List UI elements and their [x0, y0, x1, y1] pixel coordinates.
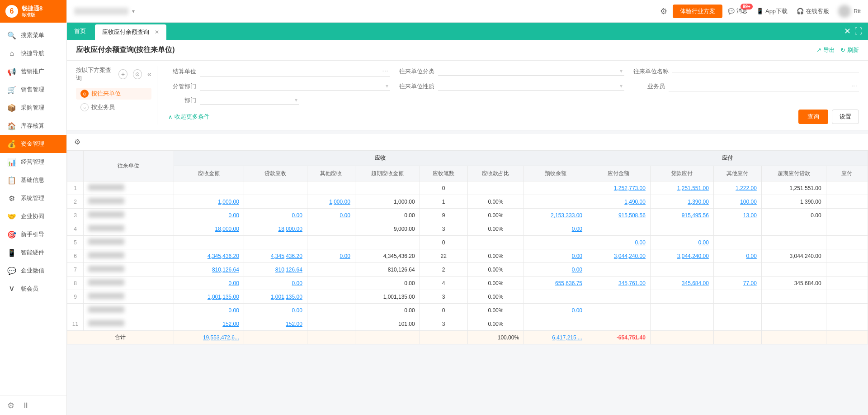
sidebar-item-corp[interactable]: 🤝 企业协同 — [0, 207, 66, 225]
finance-icon: 💰 — [7, 139, 16, 148]
filter-area: 按以下方案查询 + ⊙ « ⊙ 按往来单位 ○ — [67, 61, 868, 130]
settings-button[interactable]: 设置 — [832, 110, 859, 124]
filter-main: 按以下方案查询 + ⊙ « ⊙ 按往来单位 ○ — [76, 66, 859, 124]
promo-button[interactable]: 体验行业方案 — [673, 5, 722, 18]
sidebar-item-warehouse[interactable]: 🏠 库存核算 — [0, 117, 66, 135]
filter-add-button[interactable]: + — [118, 69, 127, 79]
total-ap-overdue — [761, 331, 826, 344]
main-content: 应收应付余额查询(按往来单位) ↗ 导出 ↻ 刷新 按以下方案查询 + ⊙ « — [67, 40, 868, 415]
filter-group-settle: 结算单位 ··· — [165, 66, 390, 76]
table-row: 0.000.000.0000.00%0.00 — [67, 304, 868, 317]
total-ar-count — [420, 331, 467, 344]
sidebar-item-basic[interactable]: 📋 基础信息 — [0, 171, 66, 189]
filter-top: 按以下方案查询 + ⊙ « — [76, 66, 151, 82]
sidebar-item-label: 营销推广 — [21, 67, 44, 76]
tab-bar-right: ✕ ⛶ — [844, 23, 868, 40]
sidebar-item-system[interactable]: ⚙ 系统管理 — [0, 189, 66, 207]
sidebar-item-label: 快捷导航 — [21, 49, 44, 57]
table-row: 7810,126.64810,126.64810,126.6420.00%0.0… — [67, 263, 868, 277]
sidebar-item-label: 库存核算 — [21, 122, 44, 130]
table-row: 101,252,773.001,251,551.001,222.001,251,… — [67, 181, 868, 195]
tab-home[interactable]: 首页 — [67, 23, 93, 40]
export-icon: ↗ — [816, 47, 821, 53]
table-settings-icon[interactable]: ⚙ — [74, 138, 80, 146]
partner-cell — [84, 181, 174, 195]
tab-close-icon[interactable]: ✕ — [155, 29, 159, 35]
dept-input[interactable]: ▾ — [200, 96, 299, 105]
table-row: 80.000.000.0040.00%655,636.75345,761.003… — [67, 277, 868, 290]
filter-collapse-icon[interactable]: « — [147, 70, 151, 78]
scheme-by-partner[interactable]: ⊙ 按往来单位 — [76, 88, 151, 100]
sidebar-item-operations[interactable]: 📊 经营管理 — [0, 153, 66, 171]
table-scroll[interactable]: 往来单位 应收 应付 应收金额 贷款应收 其他应收 超期应收金额 — [67, 150, 868, 344]
th-group-ap: 应付 — [587, 151, 868, 166]
th-ar-amount: 应收金额 — [174, 166, 244, 181]
system-icon: ⚙ — [7, 194, 16, 203]
filter-label: 按以下方案查询 — [76, 66, 113, 82]
salesman-input[interactable]: ··· — [669, 81, 859, 91]
gear-icon[interactable]: ⚙ — [660, 6, 667, 16]
app-name: 畅捷通8 — [22, 5, 42, 12]
refresh-button[interactable]: ↻ 刷新 — [840, 46, 859, 54]
partner-cell — [84, 263, 174, 277]
th-ar-advance: 预收余额 — [524, 166, 587, 181]
message-badge: 99+ — [741, 4, 753, 10]
tab-expand-icon[interactable]: ⛶ — [854, 27, 863, 36]
partner-nature-input[interactable]: ▾ — [438, 82, 625, 91]
partner-cell — [84, 236, 174, 249]
collapse-icon[interactable]: ⏸ — [22, 401, 30, 410]
total-label: 合计 — [67, 331, 174, 344]
wechat-icon: 💬 — [7, 266, 16, 275]
scheme-by-salesman[interactable]: ○ 按业务员 — [76, 101, 151, 113]
refresh-icon: ↻ — [840, 47, 845, 53]
sidebar-item-wechat[interactable]: 💬 企业微信 — [0, 262, 66, 280]
sidebar-item-finance[interactable]: 💰 资金管理 — [0, 135, 66, 153]
export-button[interactable]: ↗ 导出 — [816, 46, 835, 54]
sidebar-item-marketing[interactable]: 📢 营销推广 — [0, 62, 66, 81]
filter-row-3: 部门 ▾ — [165, 96, 859, 105]
marketing-icon: 📢 — [7, 67, 16, 76]
partner-cat-input[interactable]: ▾ — [438, 67, 625, 76]
sidebar-item-nav[interactable]: ⌂ 快捷导航 — [0, 44, 66, 62]
service-button[interactable]: 🎧 在线客服 — [797, 7, 829, 15]
total-ar-advance[interactable]: 6,417,215.... — [524, 331, 587, 344]
sidebar-item-label: 资金管理 — [21, 140, 44, 148]
filter-target-button[interactable]: ⊙ — [133, 69, 142, 79]
sidebar-item-label: 经营管理 — [21, 158, 44, 166]
page-title: 应收应付余额查询(按往来单位) — [76, 45, 175, 60]
tab-arbalance[interactable]: 应收应付余额查询 ✕ — [95, 24, 166, 40]
filter-group-salesman: 业务员 ··· — [633, 81, 859, 91]
settings-icon[interactable]: ⚙ — [7, 401, 14, 410]
sidebar-item-purchase[interactable]: 📦 采购管理 — [0, 99, 66, 117]
nav-icon: ⌂ — [7, 49, 16, 58]
header-right: 💬 消息 99+ 📱 App下载 🎧 在线客服 Rit — [728, 5, 861, 18]
user-menu[interactable]: Rit — [838, 5, 861, 18]
dept-mgr-input[interactable]: ▾ — [200, 82, 390, 91]
app-download-button[interactable]: 📱 App下载 — [756, 7, 788, 15]
query-button[interactable]: 查询 — [798, 110, 828, 124]
total-ar-overdue — [355, 331, 420, 344]
sidebar-item-member[interactable]: V 畅会员 — [0, 280, 66, 298]
partner-cell — [84, 222, 174, 236]
purchase-icon: 📦 — [7, 103, 16, 112]
table-row: 21,000.001,000.001,000.0010.00%1,490.001… — [67, 195, 868, 209]
collapse-more-button[interactable]: ∧ 收起更多条件 — [165, 109, 213, 124]
sidebar-item-sales[interactable]: 🛒 销售管理 — [0, 81, 66, 99]
corp-icon: 🤝 — [7, 212, 16, 221]
partner-cell — [84, 277, 174, 290]
partner-cell — [84, 317, 174, 331]
sidebar-item-search[interactable]: 🔍 搜索菜单 — [0, 26, 66, 44]
partner-name-input[interactable] — [672, 70, 859, 72]
sidebar-item-label: 新手引导 — [21, 230, 44, 239]
settle-unit-input[interactable]: ··· — [200, 66, 390, 76]
sidebar-item-guide[interactable]: 🎯 新手引导 — [0, 225, 66, 243]
member-icon: V — [7, 284, 16, 293]
sidebar-item-hardware[interactable]: 📱 智能硬件 — [0, 243, 66, 262]
tab-close-all-icon[interactable]: ✕ — [844, 26, 851, 36]
message-button[interactable]: 💬 消息 99+ — [728, 7, 747, 15]
scheme-salesman-label: 按业务员 — [91, 103, 115, 111]
total-ar-amount[interactable]: 19,553,472,6... — [174, 331, 244, 344]
sidebar-item-label: 系统管理 — [21, 194, 44, 202]
salesman-label: 业务员 — [633, 82, 665, 91]
filter-group-dept: 部门 ▾ — [165, 96, 859, 105]
